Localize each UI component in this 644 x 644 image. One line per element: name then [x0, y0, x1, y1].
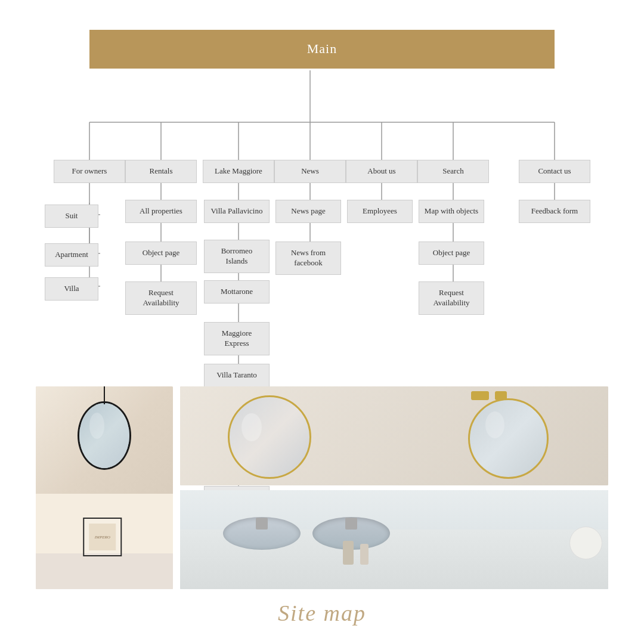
object-page-rentals-node[interactable]: Object page [125, 242, 197, 265]
all-properties-node[interactable]: All properties [125, 200, 197, 223]
for-owners-node[interactable]: For owners [54, 160, 125, 183]
borromeo-islands-node[interactable]: Borromeo Islands [204, 240, 270, 273]
feedback-form-node[interactable]: Feedback form [519, 200, 590, 223]
news-from-facebook-node[interactable]: News from facebook [275, 242, 341, 275]
employees-node[interactable]: Employees [347, 200, 413, 223]
photo-mirror-room: IMPERO [36, 386, 173, 589]
maggiore-express-node[interactable]: Maggiore Express [204, 322, 270, 355]
sitemap-footer: Site map [278, 600, 366, 626]
object-page-search-node[interactable]: Object page [419, 242, 484, 265]
rentals-node[interactable]: Rentals [125, 160, 197, 183]
sitemap-area: Main For owners Rentals Lake Maggiore Ne… [36, 30, 608, 589]
map-with-objects-node[interactable]: Map with objects [419, 200, 484, 223]
photo-right-column [180, 386, 608, 589]
news-node[interactable]: News [274, 160, 346, 183]
photo-bathroom-sinks [180, 490, 608, 589]
contact-us-node[interactable]: Contact us [519, 160, 590, 183]
mottarone-node[interactable]: Mottarone [204, 280, 270, 304]
villa-pallavicino-node[interactable]: Villa Pallavicino [204, 200, 270, 223]
photo-section: IMPERO [36, 386, 608, 589]
apartment-node[interactable]: Apartment [45, 243, 98, 267]
villa-taranto-node[interactable]: Villa Taranto [204, 364, 270, 387]
suit-node[interactable]: Suit [45, 205, 98, 228]
request-availability-node[interactable]: Request Availability [125, 281, 197, 315]
request-availability-search-node[interactable]: Request Availability [419, 281, 484, 315]
news-page-node[interactable]: News page [275, 200, 341, 223]
villa-node[interactable]: Villa [45, 277, 98, 301]
photo-bathroom-mirrors [180, 386, 608, 485]
search-node[interactable]: Search [417, 160, 489, 183]
page-container: Main For owners Rentals Lake Maggiore Ne… [0, 0, 644, 644]
main-node[interactable]: Main [89, 30, 555, 69]
about-us-node[interactable]: About us [346, 160, 417, 183]
lake-maggiore-node[interactable]: Lake Maggiore [203, 160, 274, 183]
